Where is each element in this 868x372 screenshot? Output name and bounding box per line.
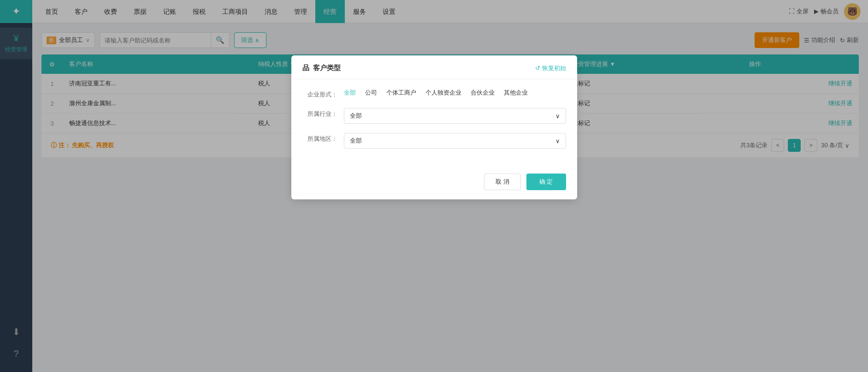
modal-footer: 取 消 确 定 <box>291 167 577 199</box>
enterprise-options: 全部 公司 个体工商户 个人独资企业 合伙企业 其他企业 <box>344 89 566 97</box>
industry-select[interactable]: 全部 ∨ <box>344 108 566 124</box>
industry-value: 全部 <box>350 112 362 120</box>
reset-label: 恢复初始 <box>542 64 566 72</box>
modal-title: 品 客户类型 <box>302 64 341 72</box>
industry-select-wrapper: 全部 ∨ <box>344 108 566 124</box>
enterprise-form-row: 企业形式： 全部 公司 个体工商户 个人独资企业 合伙企业 其他企业 <box>302 89 566 99</box>
enterprise-option-individual[interactable]: 个体工商户 <box>386 89 416 97</box>
enterprise-option-company[interactable]: 公司 <box>365 89 377 97</box>
enterprise-option-other[interactable]: 其他企业 <box>504 89 528 97</box>
modal-title-icon: 品 <box>302 64 309 72</box>
enterprise-option-all[interactable]: 全部 <box>344 89 356 97</box>
region-select[interactable]: 全部 ∨ <box>344 133 566 149</box>
enterprise-option-partnership[interactable]: 合伙企业 <box>471 89 495 97</box>
cancel-button[interactable]: 取 消 <box>484 174 521 190</box>
confirm-button[interactable]: 确 定 <box>526 174 566 190</box>
enterprise-label: 企业形式： <box>302 89 344 99</box>
enterprise-option-sole[interactable]: 个人独资企业 <box>425 89 461 97</box>
filter-modal: 品 客户类型 ↺ 恢复初始 企业形式： 全部 公司 个体工商户 个人独资企业 合… <box>291 55 577 199</box>
radio-group: 全部 公司 个体工商户 个人独资企业 合伙企业 其他企业 <box>344 89 566 97</box>
region-arrow-icon: ∨ <box>555 138 560 144</box>
modal-reset-button[interactable]: ↺ 恢复初始 <box>535 64 566 72</box>
region-select-wrapper: 全部 ∨ <box>344 133 566 149</box>
region-label: 所属地区： <box>302 133 344 143</box>
modal-overlay[interactable]: 品 客户类型 ↺ 恢复初始 企业形式： 全部 公司 个体工商户 个人独资企业 合… <box>0 0 868 372</box>
modal-title-text: 客户类型 <box>313 64 341 72</box>
modal-body: 企业形式： 全部 公司 个体工商户 个人独资企业 合伙企业 其他企业 所属行业： <box>291 79 577 167</box>
region-form-row: 所属地区： 全部 ∨ <box>302 133 566 149</box>
industry-form-row: 所属行业： 全部 ∨ <box>302 108 566 124</box>
reset-icon: ↺ <box>535 65 540 72</box>
industry-arrow-icon: ∨ <box>555 113 560 120</box>
modal-header: 品 客户类型 ↺ 恢复初始 <box>291 55 577 79</box>
industry-label: 所属行业： <box>302 108 344 118</box>
region-value: 全部 <box>350 137 362 145</box>
